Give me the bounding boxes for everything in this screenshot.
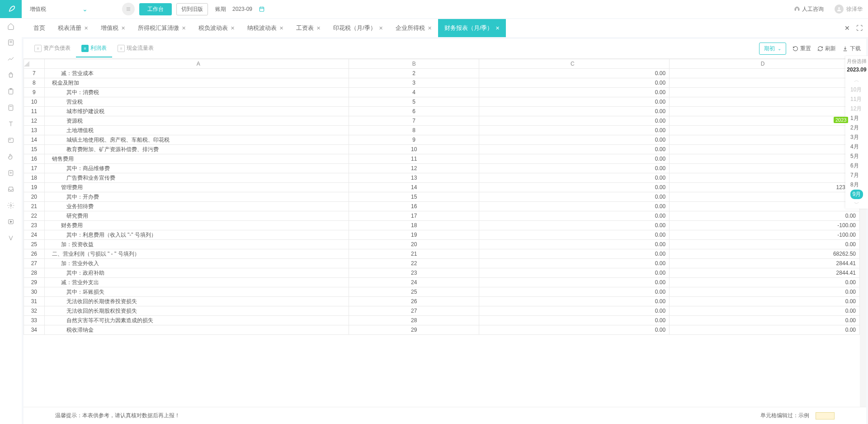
cell[interactable]: 17	[349, 211, 479, 221]
cell[interactable]: 29	[349, 325, 479, 335]
tab-close-icon[interactable]: ✕	[182, 25, 186, 31]
cell[interactable]: 无法收回的长期股权投资损失	[44, 306, 349, 316]
nav-v-icon[interactable]	[0, 230, 22, 246]
row-header[interactable]: 18	[24, 173, 45, 183]
nav-inbox-icon[interactable]	[0, 181, 22, 197]
cell[interactable]: 5	[349, 97, 479, 107]
nav-doc-icon[interactable]	[0, 34, 22, 51]
cell[interactable]: 0.00	[479, 154, 670, 164]
cell[interactable]: 其中：坏账损失	[44, 287, 349, 297]
cell[interactable]: 0.00	[670, 69, 860, 78]
cell[interactable]: 20	[349, 240, 479, 249]
month-item-5[interactable]: 3月	[850, 133, 863, 142]
row-header[interactable]: 8	[24, 78, 45, 88]
row-header[interactable]: 21	[24, 202, 45, 211]
workspace-button[interactable]: 工作台	[139, 3, 172, 15]
cell[interactable]: 6	[349, 107, 479, 116]
cell[interactable]: 其中：政府补助	[44, 268, 349, 278]
cell[interactable]: 2844.41	[670, 268, 860, 278]
cell[interactable]: 0.00	[479, 287, 670, 297]
cell[interactable]: 0.00	[670, 78, 860, 88]
cell[interactable]: 研究费用	[44, 211, 349, 221]
row-header[interactable]: 17	[24, 164, 45, 173]
cell[interactable]: 16	[349, 202, 479, 211]
row-header[interactable]: 33	[24, 316, 45, 325]
row-header[interactable]: 34	[24, 325, 45, 335]
month-item-6[interactable]: 4月	[850, 142, 863, 152]
row-header[interactable]: 30	[24, 287, 45, 297]
cell[interactable]: 减：营业外支出	[44, 278, 349, 287]
cell[interactable]: 0.00	[479, 135, 670, 145]
month-item-4[interactable]: 2月	[850, 123, 863, 133]
tab-close-icon[interactable]: ✕	[316, 25, 321, 31]
refresh-button[interactable]: 刷新	[817, 45, 836, 52]
tab-close-icon[interactable]: ✕	[495, 25, 500, 31]
period-dropdown[interactable]: 期初 ⌄	[759, 43, 786, 55]
cell[interactable]: 0.00	[670, 116, 860, 126]
cell[interactable]: 0.00	[670, 107, 860, 116]
cell[interactable]: 0.00	[479, 183, 670, 192]
cell[interactable]: 其中：消费税	[44, 88, 349, 97]
month-up-arrow[interactable]: ︿	[854, 76, 859, 85]
cell[interactable]: 7	[349, 116, 479, 126]
tab-9[interactable]: 财务报表（月/季）✕	[438, 19, 506, 37]
cell[interactable]: 1237.50	[670, 183, 860, 192]
user-menu[interactable]: 徐泽华	[835, 5, 863, 14]
cell[interactable]: 0.00	[479, 230, 670, 240]
cell[interactable]: 广告费和业务宣传费	[44, 173, 349, 183]
row-header[interactable]: 13	[24, 126, 45, 135]
cell[interactable]: 0.00	[479, 107, 670, 116]
cell[interactable]: 0.00	[479, 173, 670, 183]
cell[interactable]: 加：营业外收入	[44, 259, 349, 268]
col-header-a[interactable]: A	[44, 59, 349, 69]
cell[interactable]: 其中：利息费用（收入以 "-" 号填列）	[44, 230, 349, 240]
tab-close-icon[interactable]: ✕	[279, 25, 283, 31]
cell[interactable]: 0.00	[479, 202, 670, 211]
cell[interactable]: 0.00	[479, 78, 670, 88]
cell[interactable]: 0.00	[479, 126, 670, 135]
row-header[interactable]: 26	[24, 249, 45, 259]
row-header[interactable]: 24	[24, 230, 45, 240]
cell[interactable]: 土地增值税	[44, 126, 349, 135]
cell[interactable]: 税金及附加	[44, 78, 349, 88]
tab-7[interactable]: 印花税（月/季）✕	[327, 19, 389, 37]
cell[interactable]: 0.00	[479, 240, 670, 249]
row-header[interactable]: 31	[24, 297, 45, 306]
cell[interactable]: 19	[349, 230, 479, 240]
nav-bag-icon[interactable]	[0, 67, 22, 83]
cell[interactable]: 27	[349, 306, 479, 316]
row-header[interactable]: 29	[24, 278, 45, 287]
cell[interactable]: 0.00	[479, 259, 670, 268]
month-down-arrow[interactable]: ﹀	[854, 199, 859, 209]
row-header[interactable]: 9	[24, 88, 45, 97]
month-item-11[interactable]: 9月	[850, 190, 863, 199]
switch-old-button[interactable]: 切到旧版	[176, 3, 208, 15]
row-header[interactable]: 7	[24, 69, 45, 78]
cell[interactable]: 其中：商品维修费	[44, 164, 349, 173]
month-item-10[interactable]: 8月	[850, 180, 863, 190]
cell[interactable]: 0.00	[479, 211, 670, 221]
nav-home-icon[interactable]	[0, 18, 22, 34]
tab-close-icon[interactable]: ✕	[379, 25, 383, 31]
month-item-8[interactable]: 6月	[850, 161, 863, 171]
cell[interactable]: 0.00	[479, 325, 670, 335]
cell[interactable]: 0.00	[479, 145, 670, 154]
cell[interactable]: 0.00	[479, 88, 670, 97]
cell[interactable]: 23	[349, 268, 479, 278]
cell[interactable]: 0.00	[670, 297, 860, 306]
row-header[interactable]: 28	[24, 268, 45, 278]
nav-play-icon[interactable]	[0, 214, 22, 230]
cell[interactable]: 0.00	[479, 221, 670, 230]
cell[interactable]: 城市维护建设税	[44, 107, 349, 116]
subtab-0[interactable]: ≡资产负债表	[29, 40, 76, 57]
nav-export-icon[interactable]	[0, 165, 22, 181]
subtab-1[interactable]: ≡利润表	[76, 40, 112, 57]
tab-close-all[interactable]: ✕	[844, 24, 850, 32]
cell[interactable]: 0.00	[670, 306, 860, 316]
cell[interactable]: 0.00	[479, 164, 670, 173]
cell[interactable]: 0.00	[670, 154, 860, 164]
row-header[interactable]: 25	[24, 240, 45, 249]
cell[interactable]: 财务费用	[44, 221, 349, 230]
tab-1[interactable]: 税表清册✕	[52, 19, 94, 37]
col-header-c[interactable]: C	[479, 59, 670, 69]
